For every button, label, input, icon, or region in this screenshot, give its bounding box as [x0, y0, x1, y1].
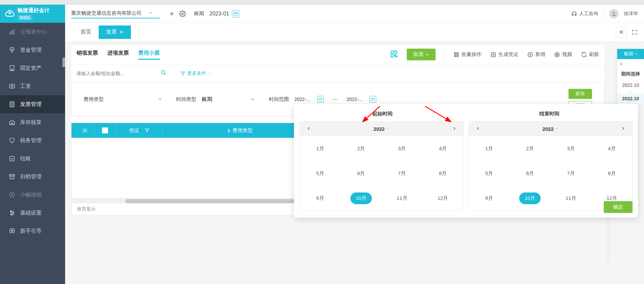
company-selector[interactable]: 重庆畅捷交通信息咨询有限公司	[71, 10, 160, 18]
month-cell[interactable]: 7月	[382, 161, 423, 186]
month-cell[interactable]: 9月	[469, 186, 510, 211]
sidebar-item-11[interactable]: 新手引导	[0, 222, 65, 240]
sidebar-item-2[interactable]: 固定资产	[0, 59, 65, 77]
user-avatar[interactable]	[609, 9, 618, 18]
search-input[interactable]	[77, 71, 157, 76]
sidebar-item-5[interactable]: 库存核算	[0, 113, 65, 131]
month-cell[interactable]: 8月	[423, 161, 463, 186]
period-separator: │	[617, 91, 644, 93]
voucher-icon	[490, 52, 496, 58]
month-cell[interactable]: 11月	[550, 186, 591, 211]
prev-year-button[interactable]	[306, 125, 311, 132]
add-label: 新增	[535, 51, 545, 58]
month-cell[interactable]: 4月	[423, 136, 463, 161]
tab-home[interactable]: 首页	[73, 25, 99, 39]
refresh-action[interactable]: 刷新	[581, 51, 599, 58]
fetch-label: 取票	[413, 51, 424, 58]
year-selector-end[interactable]: 2022	[543, 126, 558, 132]
year-selector-start[interactable]: 2022	[374, 126, 389, 132]
month-cell[interactable]: 5月	[300, 161, 341, 186]
column-settings[interactable]	[76, 123, 94, 138]
fetch-button[interactable]: 取票	[407, 49, 436, 60]
month-cell[interactable]: 3月	[550, 136, 591, 161]
sidebar-item-4[interactable]: 发票管理	[0, 95, 65, 113]
batch-action[interactable]: 批量操作	[453, 51, 482, 58]
subtab-sales[interactable]: 销项发票	[77, 50, 98, 60]
sidebar-item-10[interactable]: 基础设置	[0, 204, 65, 222]
month-cell[interactable]: 4月	[591, 136, 632, 161]
search-icon[interactable]	[160, 69, 167, 78]
period-to[interactable]: 2022.10	[617, 93, 644, 104]
month-cell[interactable]: 6月	[341, 161, 382, 186]
month-cell[interactable]: 1月	[300, 136, 341, 161]
closing-icon	[9, 155, 15, 162]
next-year-button[interactable]	[621, 125, 626, 132]
date-from-input[interactable]: 2022-...	[294, 96, 324, 103]
close-all-button[interactable]: ✕	[616, 27, 627, 38]
date-to-input[interactable]: 2022-...	[347, 96, 376, 103]
sidebar-item-label: 结账	[20, 155, 31, 162]
confirm-button[interactable]: 确定	[604, 201, 633, 213]
filter-expense-type-select[interactable]	[109, 94, 163, 105]
sidebar-item-6[interactable]: 税务管理	[0, 131, 65, 150]
period-float-button[interactable]: 账期	[617, 49, 644, 59]
subtab-expense[interactable]: 费用小票	[138, 50, 160, 60]
calendar-start: 2022 1月2月3月4月5月6月7月8月9月10月11月12月	[299, 121, 464, 211]
svg-marker-29	[11, 230, 13, 232]
month-cell[interactable]: 5月	[469, 161, 510, 186]
checkbox[interactable]	[102, 127, 108, 133]
sidebar-item-7[interactable]: 结账	[0, 150, 65, 168]
settings-button[interactable]	[177, 8, 188, 19]
brand-edition: 旗舰版	[17, 15, 33, 20]
sidebar-item-9[interactable]: 小畅报销	[0, 186, 65, 204]
prev-year-button[interactable]	[476, 125, 480, 132]
chevron-down-icon	[250, 97, 255, 102]
month-cell[interactable]: 8月	[591, 161, 632, 186]
period-collapse-toggle[interactable]	[617, 59, 644, 68]
svg-line-55	[165, 73, 166, 75]
sidebar-item-3[interactable]: 工资	[0, 77, 65, 95]
invoice-icon	[9, 101, 15, 108]
month-cell[interactable]: 12月	[423, 186, 463, 211]
qrcode-icon[interactable]	[390, 50, 398, 59]
month-cell[interactable]: 2月	[509, 136, 550, 161]
cash-icon	[9, 47, 15, 53]
consult-link[interactable]: 人工咨询	[571, 11, 598, 17]
svg-point-27	[11, 214, 12, 215]
tab-invoice[interactable]: 发票 ✕	[99, 25, 131, 39]
month-cell[interactable]: 3月	[382, 136, 423, 161]
column-voucher[interactable]: 凭证	[116, 123, 163, 138]
month-cell[interactable]: 9月	[300, 186, 341, 211]
sidebar-item-0[interactable]: 云报表中心	[0, 23, 65, 41]
subtab-purchase[interactable]: 进项发票	[107, 50, 129, 60]
more-filter-toggle[interactable]: 更多条件	[181, 70, 212, 76]
next-year-button[interactable]	[452, 125, 457, 132]
sidebar-resize-handle[interactable]	[62, 58, 65, 67]
column-checkbox[interactable]	[94, 123, 116, 138]
month-cell[interactable]: 6月	[509, 161, 550, 186]
add-action[interactable]: 新增	[527, 51, 545, 58]
add-button[interactable]	[166, 8, 177, 19]
filter-time-type-select[interactable]: 账期	[202, 94, 255, 105]
month-label: 6月	[357, 170, 365, 177]
range-dash: —	[333, 96, 338, 102]
calendar-icon[interactable]	[232, 10, 239, 17]
month-cell[interactable]: 1月	[469, 136, 510, 161]
month-cell[interactable]: 10月	[341, 186, 382, 211]
sidebar-item-8[interactable]: 归档管理	[0, 168, 65, 186]
svg-point-25	[10, 211, 11, 212]
gen-voucher-action[interactable]: 生成凭证	[490, 51, 518, 58]
svg-rect-39	[395, 51, 397, 53]
video-action[interactable]: 视频	[554, 51, 572, 58]
svg-marker-53	[557, 54, 558, 56]
close-icon[interactable]: ✕	[119, 30, 123, 35]
month-cell[interactable]: 7月	[550, 161, 591, 186]
fullscreen-button[interactable]	[629, 27, 640, 38]
search-button[interactable]: 查询	[568, 89, 592, 99]
period-from[interactable]: 2022.10	[617, 80, 644, 91]
month-cell[interactable]: 11月	[382, 186, 423, 211]
username: 徐泽华	[624, 11, 638, 17]
month-cell[interactable]: 2月	[341, 136, 382, 161]
month-cell[interactable]: 10月	[509, 186, 550, 211]
sidebar-item-1[interactable]: 资金管理	[0, 41, 65, 59]
